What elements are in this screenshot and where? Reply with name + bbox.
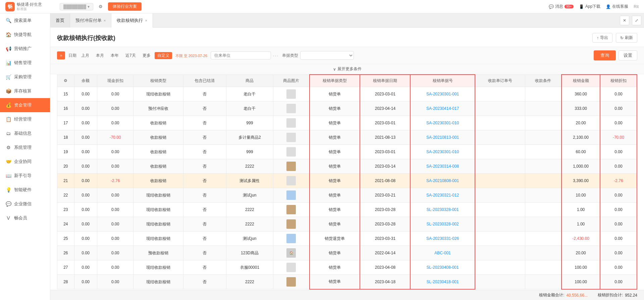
partner-filter-group: ··· bbox=[211, 51, 279, 59]
this-month-button[interactable]: 本月 bbox=[93, 52, 107, 59]
sidebar-item-hardware[interactable]: 💡 智能硬件 bbox=[0, 183, 50, 197]
cell-discount: 0.00 bbox=[600, 275, 637, 289]
cell-bill-date: 2023-03-01 bbox=[360, 87, 410, 101]
filter-toggle-button[interactable]: » bbox=[57, 51, 65, 59]
company-selector[interactable]: ████████ ▾ bbox=[60, 3, 93, 10]
bill-no-link[interactable]: SL-20230328-001 bbox=[427, 207, 459, 212]
tab-collect-label: 收款核销执行 bbox=[117, 17, 143, 24]
cell-order-no bbox=[475, 260, 525, 275]
maximize-window-button[interactable]: ⤢ bbox=[632, 16, 641, 25]
cell-order-no bbox=[475, 217, 525, 231]
bill-no-link[interactable]: SA-20230301-010 bbox=[426, 149, 459, 154]
tab-home[interactable]: 首页 bbox=[50, 13, 70, 28]
sidebar-item-guide[interactable]: 📖 新手引导 bbox=[0, 169, 50, 183]
col-discount: 核销折扣 bbox=[600, 75, 637, 87]
online-service-button[interactable]: 👤 在线客服 bbox=[606, 4, 628, 9]
query-button[interactable]: 查询 bbox=[594, 50, 616, 60]
cell-goods-img bbox=[273, 188, 310, 203]
goods-thumbnail bbox=[286, 234, 296, 243]
sidebar-item-wechat[interactable]: 💬 企业微信 bbox=[0, 197, 50, 211]
partner-input[interactable] bbox=[211, 51, 271, 59]
settings-button[interactable]: ⚙ bbox=[96, 2, 105, 11]
sidebar-item-enterprise[interactable]: 🤝 企业协同 bbox=[0, 155, 50, 169]
export-button[interactable]: ↑ 导出 bbox=[592, 33, 612, 43]
custom-date-button[interactable]: 自定义 bbox=[155, 52, 172, 59]
sidebar-item-system[interactable]: ⚙ 系统管理 bbox=[0, 140, 50, 155]
sidebar: 🔍 搜索菜单 🏠 快捷导航 📢 营销推广 📊 销售管理 🛒 采购管理 📦 库存核… bbox=[0, 13, 50, 300]
bill-no-link[interactable]: SA-20230301-001 bbox=[426, 92, 459, 96]
bill-no-link[interactable]: SA-20230331-026 bbox=[426, 236, 459, 241]
app-download-button[interactable]: 📱 App下载 bbox=[579, 4, 600, 9]
bill-no-link[interactable]: SA-20230321-012 bbox=[426, 193, 459, 198]
last-7-button[interactable]: 近7天 bbox=[123, 52, 139, 59]
cell-goods-img bbox=[273, 260, 310, 275]
sidebar-item-operations[interactable]: 📋 经营管理 bbox=[0, 112, 50, 126]
cell-bill-no: SL-20230328-001 bbox=[410, 203, 475, 217]
cell-included: 否 bbox=[183, 116, 226, 130]
sidebar-item-basic[interactable]: 🗂 基础信息 bbox=[0, 126, 50, 140]
bill-no-link[interactable]: SA-20230414-017 bbox=[426, 106, 459, 111]
expand-more-button[interactable]: ∨ 展开更多条件 bbox=[333, 66, 362, 72]
logo-text: 畅捷通·好生意 标准版 bbox=[17, 2, 42, 11]
cell-cash-discount: 0.00 bbox=[97, 145, 133, 159]
filter-settings-button[interactable]: 设置 bbox=[619, 50, 637, 60]
tab-collect[interactable]: 收款核销执行 × bbox=[111, 13, 153, 28]
sidebar-item-purchase[interactable]: 🛒 采购管理 bbox=[0, 70, 50, 84]
bill-no-link[interactable]: ABC-001 bbox=[434, 251, 451, 255]
trial-button[interactable]: 体验行业方案 bbox=[108, 2, 142, 11]
sidebar-item-quick[interactable]: 🏠 快捷导航 bbox=[0, 28, 50, 42]
cell-bill-type: 销货单 bbox=[310, 174, 360, 188]
col-goods-img: 商品图片 bbox=[273, 75, 310, 87]
cell-goods-img: 🏠 bbox=[273, 246, 310, 260]
cell-discount: 0.00 bbox=[600, 231, 637, 246]
refresh-button[interactable]: ↻ 刷新 bbox=[616, 33, 637, 43]
table-row: 22 0.00 0.00 现结收款核销 否 测试jun 销货单 2023-03-… bbox=[57, 188, 637, 203]
cell-included: 否 bbox=[183, 246, 226, 260]
bill-no-link[interactable]: SA-20230314-008 bbox=[426, 164, 459, 169]
tab-prepay-close[interactable]: × bbox=[104, 18, 106, 23]
bill-no-link[interactable]: SL-20230328-002 bbox=[427, 222, 459, 226]
cell-balance: 0.00 bbox=[74, 116, 97, 130]
goods-thumbnail bbox=[286, 104, 296, 113]
bill-type-select[interactable] bbox=[300, 51, 354, 60]
bill-no-link[interactable]: SA-20210808-001 bbox=[426, 178, 459, 183]
table-container[interactable]: ⚙ 余额 现金折扣 核销类型 包含已结清 商品 商品图片 核销单据类型 核销单据… bbox=[50, 74, 644, 290]
cell-cash-discount: 0.00 bbox=[97, 246, 133, 260]
sidebar-item-finance[interactable]: 💰 资金管理 bbox=[0, 98, 50, 112]
cell-pay-condition bbox=[525, 203, 561, 217]
col-cash-discount: 现金折扣 bbox=[97, 75, 133, 87]
cell-balance: 0.00 bbox=[74, 145, 97, 159]
cell-amount: -2,430.00 bbox=[561, 231, 600, 246]
sidebar-item-search[interactable]: 🔍 搜索菜单 bbox=[0, 13, 50, 28]
last-month-button[interactable]: 上月 bbox=[78, 52, 92, 59]
bill-no-link[interactable]: SA-20230301-010 bbox=[426, 121, 459, 125]
table-row: 17 0.00 0.00 收款核销 否 999 销货单 2023-03-01 S… bbox=[57, 116, 637, 130]
goods-thumbnail bbox=[286, 147, 296, 157]
sidebar-item-sales[interactable]: 📊 销售管理 bbox=[0, 56, 50, 70]
tab-collect-close[interactable]: × bbox=[145, 18, 147, 23]
col-gear[interactable]: ⚙ bbox=[57, 75, 74, 87]
cell-balance: 0.00 bbox=[74, 217, 97, 231]
date-range-display: 不限 至 2023-07-26 bbox=[175, 53, 207, 58]
sidebar-item-member[interactable]: V 畅会员 bbox=[0, 211, 50, 225]
sidebar-label-basic: 基础信息 bbox=[14, 130, 32, 136]
more-date-button[interactable]: 更多 bbox=[140, 52, 153, 59]
notification-button[interactable]: 💬 消息 99+ bbox=[549, 4, 574, 9]
sidebar-item-inventory[interactable]: 📦 库存核算 bbox=[0, 84, 50, 98]
table-row: 24 0.00 0.00 现结收款核销 否 2222 销货单 2023-03-2… bbox=[57, 217, 637, 231]
finance-icon: 💰 bbox=[5, 102, 11, 108]
tab-prepay[interactable]: 预付冲应付单 × bbox=[70, 13, 111, 28]
partner-dots[interactable]: ··· bbox=[273, 53, 279, 58]
cell-bill-date: 2023-03-28 bbox=[360, 217, 410, 231]
cell-verify-type: 现结收款核销 bbox=[133, 231, 183, 246]
goods-thumbnail bbox=[286, 118, 296, 128]
cell-balance: 0.00 bbox=[74, 101, 97, 116]
bill-no-link[interactable]: SA-20210813-001 bbox=[426, 135, 459, 140]
close-window-button[interactable]: ✕ bbox=[620, 16, 629, 25]
cell-verify-type: 收款核销 bbox=[133, 159, 183, 174]
bill-no-link[interactable]: SL-20230408-001 bbox=[427, 265, 459, 270]
bill-no-link[interactable]: SL-20230418-001 bbox=[427, 280, 459, 284]
this-year-button[interactable]: 本年 bbox=[108, 52, 121, 59]
filter-actions: 查询 设置 bbox=[594, 50, 637, 60]
sidebar-item-marketing[interactable]: 📢 营销推广 bbox=[0, 42, 50, 56]
